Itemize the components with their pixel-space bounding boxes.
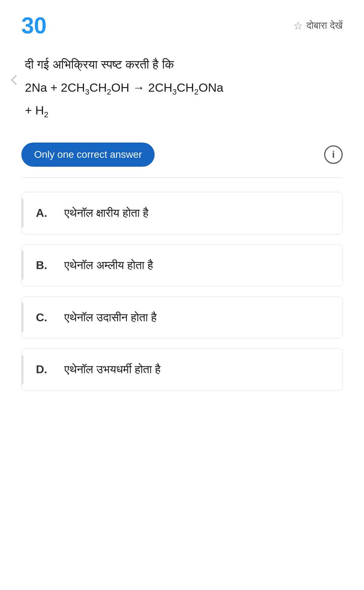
header: 30 ☆ दोबारा देखें <box>21 14 343 37</box>
option-d[interactable]: D. एथेनॉल उभयधर्मी होता है <box>21 348 343 391</box>
answer-type-badge: Only one correct answer <box>21 143 155 167</box>
option-d-text: एथेनॉल उभयधर्मी होता है <box>64 361 161 377</box>
option-b-text: एथेनॉल अम्लीय होता है <box>64 257 153 273</box>
info-icon-symbol: i <box>332 149 335 160</box>
answer-type-section: Only one correct answer i <box>21 143 343 167</box>
reaction-equation: 2Na + 2CH3CH2OH → 2CH3CH2ONa + H2 <box>25 77 343 121</box>
section-divider <box>21 177 343 178</box>
chevron-left-icon <box>11 75 21 85</box>
review-label: दोबारा देखें <box>306 20 343 32</box>
options-container: A. एथेनॉल क्षारीय होता है B. एथेनॉल अम्ल… <box>21 192 343 391</box>
option-d-label: D. <box>36 363 57 376</box>
option-c[interactable]: C. एथेनॉल उदासीन होता है <box>21 296 343 339</box>
reaction-line-2: + H2 <box>25 100 343 121</box>
question-area: दी गई अभिक्रिया स्पष्ट करती है कि 2Na + … <box>21 55 343 121</box>
reaction-line-1: 2Na + 2CH3CH2OH → 2CH3CH2ONa <box>25 77 343 98</box>
option-a-label: A. <box>36 206 57 220</box>
nav-arrow[interactable] <box>7 71 25 89</box>
info-button[interactable]: i <box>324 145 343 164</box>
option-b-label: B. <box>36 259 57 272</box>
star-icon: ☆ <box>293 20 303 32</box>
question-number: 30 <box>21 14 47 37</box>
option-b[interactable]: B. एथेनॉल अम्लीय होता है <box>21 244 343 286</box>
review-button[interactable]: ☆ दोबारा देखें <box>293 20 343 32</box>
option-a-text: एथेनॉल क्षारीय होता है <box>64 205 149 221</box>
option-c-text: एथेनॉल उदासीन होता है <box>64 310 157 326</box>
question-intro: दी गई अभिक्रिया स्पष्ट करती है कि <box>25 55 343 74</box>
option-a[interactable]: A. एथेनॉल क्षारीय होता है <box>21 192 343 234</box>
option-c-label: C. <box>36 311 57 324</box>
